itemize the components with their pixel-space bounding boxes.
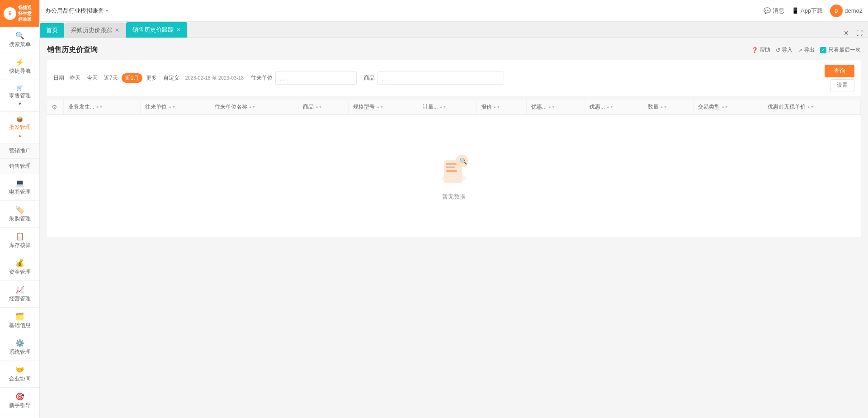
sort-icon: ▲▼ (721, 105, 728, 109)
sidebar-item-shortcut[interactable]: ⚡ 快捷导航 (0, 53, 39, 80)
goods-dots: ... (382, 73, 391, 83)
topbar: 办公用品行业模拟账套 ▾ 💬 消息 📱 App下载 D demo2 (40, 0, 868, 22)
sidebar-item-basic[interactable]: 🗂️ 基础信息 (0, 308, 39, 334)
sidebar-item-ecommerce[interactable]: 💻 电商管理 (0, 174, 39, 201)
goods-input[interactable]: ... (377, 71, 504, 85)
th-pretax-price[interactable]: 优惠前无税单价 ▲▼ (763, 100, 860, 115)
sort-icon: ▲▼ (606, 105, 613, 109)
sidebar-item-purchase[interactable]: 🏷️ 采购管理 (0, 201, 39, 228)
logo-icon: 6 (4, 7, 16, 20)
th-unit[interactable]: 计量... ▲▼ (418, 100, 476, 115)
date-btn-more[interactable]: 更多 (143, 73, 160, 83)
sidebar-item-finance[interactable]: 💰 资金管理 (0, 254, 39, 281)
sort-icon: ▲▼ (376, 105, 383, 109)
query-button[interactable]: 查询 (825, 65, 854, 77)
date-btn-7days[interactable]: 近7天 (101, 73, 121, 83)
tab-close-icon[interactable]: ✕ (176, 27, 181, 33)
inventory-icon: 📋 (15, 232, 24, 241)
sidebar-item-label: 基础信息 (9, 322, 31, 329)
date-label: 日期 (53, 74, 64, 82)
app-download-button[interactable]: 📱 App下载 (792, 7, 823, 15)
sidebar-item-retail[interactable]: 🛒 零售管理 ▾ (0, 80, 39, 112)
account-name: 办公用品行业模拟账套 (45, 7, 104, 15)
date-btn-custom[interactable]: 自定义 (160, 73, 182, 83)
partner-input[interactable]: ... (275, 71, 357, 85)
settings-button[interactable]: 设置 (830, 79, 854, 91)
operations-icon: 📈 (15, 285, 24, 294)
date-filter: 日期 昨天 今天 近7天 近1月 更多 自定义 2023-02-18 至 202… (53, 73, 244, 83)
retail-icon: 🛒 (16, 85, 23, 91)
sort-icon: ▲▼ (493, 105, 500, 109)
th-settings: ⚙ (47, 100, 63, 115)
empty-icon: 🔍 (436, 151, 472, 187)
message-label: 消息 (773, 7, 784, 15)
sort-icon: ▲▼ (249, 105, 256, 109)
newbie-icon: 🎯 (15, 392, 24, 401)
sidebar-item-label: 资金管理 (9, 268, 31, 276)
goods-filter: 商品 ... (364, 71, 504, 85)
user-menu[interactable]: D demo2 (830, 5, 863, 17)
import-button[interactable]: ↺ 导入 (776, 46, 793, 54)
sidebar-item-search[interactable]: 🔍 搜索菜单 (0, 27, 39, 53)
chevron-down-icon: ▾ (19, 100, 21, 107)
tab-close-icon[interactable]: ✕ (115, 27, 119, 33)
date-btn-today[interactable]: 今天 (84, 73, 100, 83)
sidebar-item-appstore[interactable]: 📱 应用中心 (0, 414, 39, 418)
sidebar: 6 畅捷通好生意 标准版 🔍 搜索菜单 ⚡ 快捷导航 🛒 零售管理 ▾ 📦 批发… (0, 0, 40, 418)
sort-icon: ▲▼ (315, 105, 322, 109)
th-price[interactable]: 报价 ▲▼ (476, 100, 526, 115)
th-discount1[interactable]: 优惠... ▲▼ (527, 100, 585, 115)
sidebar-item-wholesale[interactable]: 📦 批发管理 ▴ (0, 112, 39, 143)
sort-icon: ▲▼ (660, 105, 667, 109)
export-button[interactable]: ↗ 导出 (798, 46, 815, 54)
data-table-container: ⚙ 业务发生... ▲▼ 往来单位 ▲▼ (47, 100, 861, 237)
main-area: 办公用品行业模拟账套 ▾ 💬 消息 📱 App下载 D demo2 首页 (40, 0, 868, 418)
message-button[interactable]: 💬 消息 (764, 7, 784, 15)
sidebar-item-label: 新手引导 (9, 402, 31, 409)
th-quantity[interactable]: 数量 ▲▼ (643, 100, 693, 115)
sidebar-item-sales-mgmt[interactable]: 销售管理 (0, 159, 39, 174)
close-all-tabs-button[interactable]: ✕ (842, 28, 851, 38)
empty-state: 🔍 暂无数据 (47, 115, 861, 237)
content-area: 销售历史价查询 ❓ 帮助 ↺ 导入 ↗ 导出 ✓ 只看最后一次 (40, 38, 868, 418)
sidebar-item-inventory[interactable]: 📋 库存核算 (0, 228, 39, 254)
th-partner-name[interactable]: 往来单位名称 ▲▼ (210, 100, 298, 115)
import-icon: ↺ (776, 47, 780, 53)
th-goods[interactable]: 商品 ▲▼ (298, 100, 348, 115)
sidebar-item-label: 零售管理 (9, 92, 31, 100)
sidebar-item-enterprise[interactable]: 🤝 企业协同 (0, 361, 39, 388)
page-actions: ❓ 帮助 ↺ 导入 ↗ 导出 ✓ 只看最后一次 (751, 46, 861, 54)
dropdown-arrow-icon: ▾ (106, 8, 108, 13)
sidebar-item-marketing[interactable]: 营销推广 (0, 143, 39, 159)
th-discount2[interactable]: 优惠... ▲▼ (585, 100, 643, 115)
th-biz-date[interactable]: 业务发生... ▲▼ (63, 100, 141, 115)
date-btn-1month[interactable]: 近1月 (122, 73, 143, 83)
tab-sales[interactable]: 销售历史价跟踪 ✕ (126, 22, 188, 38)
partner-label: 往来单位 (251, 74, 273, 82)
th-trade-type[interactable]: 交易类型 ▲▼ (693, 100, 763, 115)
sidebar-item-operations[interactable]: 📈 经营管理 (0, 281, 39, 308)
th-spec[interactable]: 规格型号 ▲▼ (349, 100, 418, 115)
sidebar-item-system[interactable]: ⚙️ 系统管理 (0, 334, 39, 361)
partner-dots: ... (279, 73, 289, 83)
maximize-button[interactable]: ⛶ (854, 28, 864, 38)
tab-home[interactable]: 首页 (40, 23, 65, 38)
table-header-row: ⚙ 业务发生... ▲▼ 往来单位 ▲▼ (47, 100, 861, 115)
checkbox-icon: ✓ (820, 47, 826, 53)
page-title: 销售历史价查询 (47, 45, 98, 55)
sidebar-item-newbie[interactable]: 🎯 新手引导 (0, 388, 39, 414)
svg-text:🔍: 🔍 (459, 157, 467, 165)
date-btn-yesterday[interactable]: 昨天 (67, 73, 83, 83)
table-settings-icon[interactable]: ⚙ (52, 104, 57, 111)
finance-icon: 💰 (15, 259, 24, 267)
tab-purchase[interactable]: 采购历史价跟踪 ✕ (65, 23, 126, 38)
account-selector[interactable]: 办公用品行业模拟账套 ▾ (45, 7, 108, 15)
th-partner-code[interactable]: 往来单位 ▲▼ (141, 100, 210, 115)
last-only-checkbox[interactable]: ✓ 只看最后一次 (820, 46, 861, 54)
help-icon: ❓ (751, 47, 758, 53)
help-button[interactable]: ❓ 帮助 (751, 46, 770, 54)
empty-text: 暂无数据 (442, 193, 466, 201)
download-icon: 📱 (792, 7, 799, 14)
tab-label: 采购历史价跟踪 (71, 26, 112, 34)
date-range-display: 2023-02-18 至 2023-03-18 (185, 75, 244, 81)
